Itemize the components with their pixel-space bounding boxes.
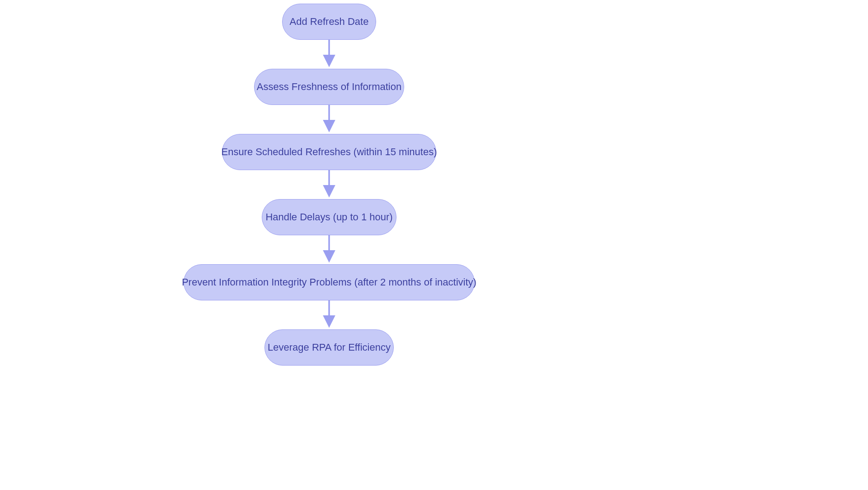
flowchart-canvas: Add Refresh Date Assess Freshness of Inf…: [0, 0, 868, 490]
node-label: Ensure Scheduled Refreshes (within 15 mi…: [222, 146, 437, 158]
flowchart-node-leverage-rpa: Leverage RPA for Efficiency: [264, 329, 394, 366]
node-label: Add Refresh Date: [290, 16, 369, 28]
flowchart-node-assess-freshness: Assess Freshness of Information: [254, 69, 404, 105]
node-label: Prevent Information Integrity Problems (…: [182, 276, 476, 288]
flowchart-node-prevent-integrity-problems: Prevent Information Integrity Problems (…: [184, 264, 475, 300]
node-label: Handle Delays (up to 1 hour): [265, 211, 392, 223]
flowchart-node-add-refresh-date: Add Refresh Date: [282, 4, 376, 40]
flowchart-node-scheduled-refreshes: Ensure Scheduled Refreshes (within 15 mi…: [222, 134, 436, 170]
node-label: Leverage RPA for Efficiency: [268, 342, 391, 353]
node-label: Assess Freshness of Information: [257, 81, 401, 93]
flowchart-arrows: [0, 0, 868, 490]
flowchart-node-handle-delays: Handle Delays (up to 1 hour): [262, 199, 396, 235]
